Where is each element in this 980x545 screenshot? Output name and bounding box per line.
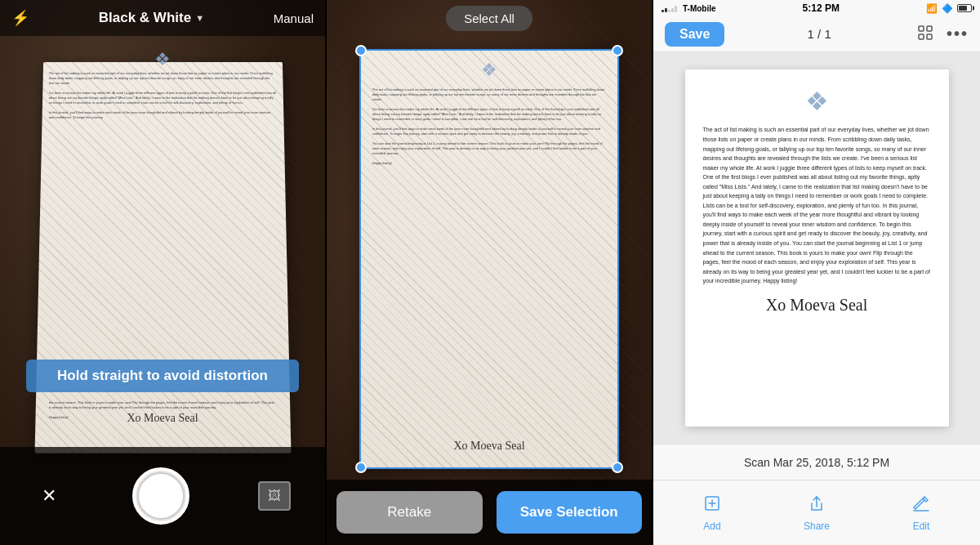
page-count-label: 1 / 1 — [808, 27, 831, 41]
camera-panel: ⚡ Black & White ▼ Manual ❖ The act of li… — [0, 0, 325, 545]
share-icon — [807, 494, 826, 517]
share-label: Share — [804, 520, 830, 532]
save-button[interactable]: Save — [665, 22, 724, 47]
wifi-icon: 📶 — [926, 3, 938, 14]
document-page: ❖ The act of list making is such an esse… — [685, 69, 949, 426]
battery-area: 📶 🔷 — [926, 3, 972, 14]
save-selection-button[interactable]: Save Selection — [497, 491, 643, 534]
chevron-down-icon: ▼ — [195, 13, 204, 23]
edit-action[interactable]: Edit — [911, 494, 931, 532]
battery-fill — [959, 6, 967, 11]
selection-panel: Select All ❖ The act of list making is s… — [327, 0, 652, 545]
book-text-p1: The act of list making is such an essent… — [49, 71, 277, 120]
svg-rect-1 — [927, 26, 932, 31]
select-all-button[interactable]: Select All — [446, 6, 532, 31]
battery-icon — [957, 4, 972, 12]
corner-handle-br[interactable] — [612, 462, 623, 473]
close-button[interactable]: ✕ — [34, 481, 64, 511]
add-label: Add — [703, 520, 720, 532]
signal-area: T-Mobile — [662, 4, 716, 13]
camera-top-bar: ⚡ Black & White ▼ Manual — [0, 0, 325, 36]
filter-name-label: Black & White — [99, 10, 191, 26]
mode-label[interactable]: Manual — [274, 11, 314, 25]
signal-bar-5 — [675, 6, 677, 12]
corner-handle-tl[interactable] — [355, 45, 367, 56]
filter-title[interactable]: Black & White ▼ — [99, 10, 204, 26]
gallery-icon: 🖼 — [268, 489, 281, 503]
svg-rect-0 — [919, 26, 924, 31]
ios-status-bar: T-Mobile 5:12 PM 📶 🔷 — [653, 0, 980, 16]
add-icon — [702, 494, 722, 517]
document-signature: Xo Moeva Seal — [766, 296, 867, 315]
signal-bar-1 — [662, 10, 664, 12]
camera-controls: ✕ 🖼 — [0, 447, 325, 545]
signal-icon — [662, 4, 677, 12]
book-signature-p1: Xo Moeva Seal — [127, 412, 198, 425]
corner-handle-bl[interactable] — [355, 462, 367, 473]
bluetooth-icon: 🔷 — [942, 3, 953, 14]
shutter-button[interactable] — [132, 467, 189, 525]
time-label: 5:12 PM — [803, 2, 840, 14]
retake-button[interactable]: Retake — [336, 491, 483, 534]
grid-view-button[interactable] — [914, 23, 937, 46]
book-signature-p2: Xo Moeva Seal — [453, 440, 524, 453]
signal-bar-4 — [671, 8, 674, 12]
flash-icon[interactable]: ⚡ — [11, 9, 29, 27]
share-action[interactable]: Share — [804, 494, 830, 532]
selection-controls: Retake Save Selection — [327, 480, 652, 545]
scan-info-bar: Scan Mar 25, 2018, 5:12 PM — [653, 444, 980, 480]
signal-bar-2 — [665, 8, 667, 12]
edit-icon — [911, 494, 931, 517]
add-action[interactable]: Add — [702, 494, 722, 532]
document-crystal-icon: ❖ — [805, 86, 829, 117]
book-text-p2: The act of list making is such an essent… — [372, 87, 607, 166]
result-panel: T-Mobile 5:12 PM 📶 🔷 Save 1 / 1 — [653, 0, 980, 545]
selection-top-bar: Select All — [327, 0, 652, 36]
shutter-inner — [137, 472, 185, 520]
grid-icon — [918, 25, 933, 43]
signal-bar-3 — [668, 10, 670, 12]
hold-straight-banner: Hold straight to avoid distortion — [26, 360, 299, 392]
toolbar-right-actions: ••• — [914, 23, 969, 46]
svg-rect-3 — [927, 34, 932, 39]
document-area: ❖ The act of list making is such an esse… — [653, 52, 980, 444]
crystal-icon-p2: ❖ — [481, 60, 497, 81]
gallery-button[interactable]: 🖼 — [258, 481, 291, 511]
bottom-actions-bar: Add Share Edit — [653, 480, 980, 545]
edit-label: Edit — [913, 520, 930, 532]
carrier-label: T-Mobile — [683, 4, 716, 13]
svg-rect-2 — [919, 34, 924, 39]
crystal-icon-p1: ❖ — [154, 49, 171, 70]
more-options-button[interactable]: ••• — [947, 25, 969, 43]
scan-date-label: Scan Mar 25, 2018, 5:12 PM — [744, 456, 889, 469]
document-toolbar: Save 1 / 1 ••• — [653, 16, 980, 52]
document-text: The act of list making is such an essent… — [703, 125, 931, 285]
